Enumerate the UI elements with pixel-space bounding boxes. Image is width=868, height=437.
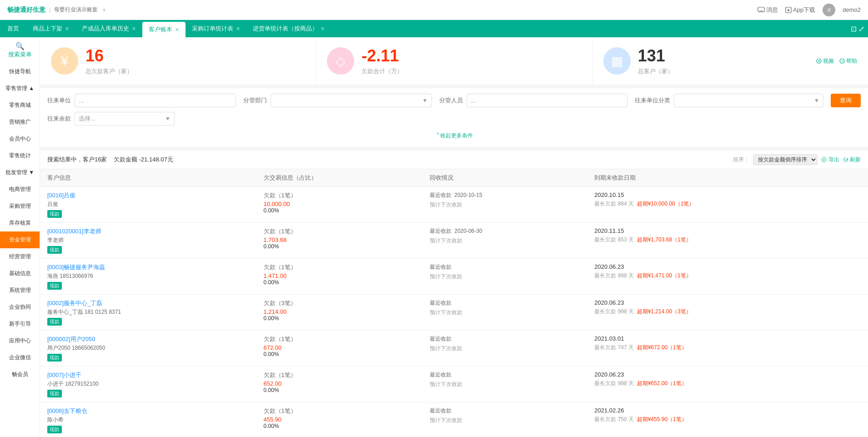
filter-input-balance[interactable]: 选择... ▼ xyxy=(75,112,175,126)
repay-date-0: 最近收款 2020-10-15 xyxy=(430,191,580,199)
data-table: 客户信息 欠交易信息（占比） 回收情况 到期未收款日期 [0016]吕俊 吕俊 … xyxy=(40,169,868,437)
sidebar-item-collab[interactable]: 企业协同 xyxy=(0,299,40,316)
sidebar-item-purchase[interactable]: 采购管理 xyxy=(0,198,40,215)
refresh-btn[interactable]: 刷新 xyxy=(843,156,861,164)
tab-close-icon[interactable]: ✕ xyxy=(175,27,179,33)
search-button[interactable]: 查询 xyxy=(831,94,861,107)
sidebar-item-quick-nav[interactable]: 快捷导航 xyxy=(0,63,40,80)
collapse-icon: ⌃ xyxy=(436,132,440,140)
owe-amount-5: 652.00 xyxy=(264,380,415,387)
customer-sub-2: 海燕 18513066976 xyxy=(47,272,249,280)
sidebar-item-inventory[interactable]: 库存核算 xyxy=(0,215,40,231)
due-detail-5: 最长欠款 998 天 超期¥652.00（1笔） xyxy=(594,380,861,387)
customer-name-0[interactable]: [0016]吕俊 xyxy=(47,191,249,200)
due-date-3: 2020.06.23 xyxy=(594,299,861,306)
overdue-link-1[interactable]: 超期¥1,703.68（1笔） xyxy=(637,236,692,243)
cell-due-6: 2021.02.26 最长欠款 750 天 超期¥455.90（1笔） xyxy=(587,402,868,437)
customer-sub-5: 小进干 18279152100 xyxy=(47,380,249,388)
sort-select[interactable]: 按欠款金额倒序排序 xyxy=(753,154,818,165)
tab-purchase-stats[interactable]: 采购订单统计表 ✕ xyxy=(186,21,246,36)
col-header-customer: 客户信息 xyxy=(40,169,256,187)
overdue-link-0[interactable]: 超期¥10,000.00（1笔） xyxy=(637,201,695,207)
table-row: [0007]小进干 小进干 18279152100 现款 欠款（1笔） 652.… xyxy=(40,367,868,402)
filter-input-category[interactable]: ▼ xyxy=(674,94,823,107)
owe-amount-4: 672.00 xyxy=(264,344,415,351)
message-btn[interactable]: 消息 xyxy=(758,6,778,14)
filter-item-person: 分管人员 ... xyxy=(439,94,628,107)
stat-info-total: 131 总客户（家） xyxy=(638,46,673,75)
overdue-link-4[interactable]: 超期¥672.00（1笔） xyxy=(637,344,687,351)
sidebar-item-app-center[interactable]: 应用中心 xyxy=(0,332,40,349)
tab-home[interactable]: 首页 xyxy=(0,21,26,36)
tab-minimize-icon[interactable]: ⊡ xyxy=(851,25,857,33)
tab-bar-end: ⊡ ⤢ xyxy=(851,25,868,33)
overdue-link-5[interactable]: 超期¥652.00（1笔） xyxy=(637,380,687,387)
result-text: 搜索结果中，客户16家 欠款金额 -21,148.07元 xyxy=(47,156,173,164)
app-download-btn[interactable]: App下载 xyxy=(785,6,815,14)
tab-close-icon[interactable]: ✕ xyxy=(236,26,240,32)
sidebar-item-wholesale-mgmt[interactable]: 批发管理 ▼ xyxy=(0,164,40,181)
filter-input-person[interactable]: ... xyxy=(467,94,628,107)
sidebar-item-retail-store[interactable]: 零售商城 xyxy=(0,97,40,114)
customer-tag-6: 现款 xyxy=(47,426,62,433)
sidebar-item-member2[interactable]: 畅会员 xyxy=(0,366,40,383)
tab-close-icon[interactable]: ✕ xyxy=(132,26,136,32)
overdue-link-2[interactable]: 超期¥1,471.00（1笔） xyxy=(637,272,692,279)
cell-due-0: 2020.10.15 最长欠款 884 天 超期¥10,000.00（1笔） xyxy=(587,187,868,223)
sidebar-item-wechat[interactable]: 企业微信 xyxy=(0,349,40,366)
sidebar-search[interactable]: 🔍 搜索菜单 xyxy=(0,37,40,63)
filter-area: 往来单位 ... 分管部门 ▼ 分管人员 ... xyxy=(40,88,868,147)
tab-goods-listing[interactable]: 商品上下架 ✕ xyxy=(26,21,75,36)
filter-input-unit[interactable]: ... xyxy=(75,94,236,107)
cell-customer-2: [0003]畅捷服务尹海蕊 海燕 18513066976 现款 xyxy=(40,259,256,295)
collapse-row[interactable]: ⌃ 收起更多条件 xyxy=(47,130,861,141)
sidebar-item-guide[interactable]: 新手引导 xyxy=(0,316,40,332)
col-header-repay: 回收情况 xyxy=(422,169,587,187)
tab-close-icon[interactable]: ✕ xyxy=(65,26,69,32)
repay-date-4: 最近收款 xyxy=(430,335,580,343)
repay-next-5: 预计下次收款 xyxy=(430,381,580,388)
sidebar-item-member[interactable]: 会员中心 xyxy=(0,131,40,147)
table-row: [0016]吕俊 吕俊 现款 欠款（1笔） 10,000.00 0.00% 最近… xyxy=(40,187,868,223)
cell-owe-2: 欠款（1笔） 1,471.00 0.00% xyxy=(256,259,422,295)
video-btn[interactable]: 视频 xyxy=(816,57,834,65)
customer-name-4[interactable]: [000002]用户2050 xyxy=(47,335,249,343)
export-btn[interactable]: 导出 xyxy=(821,156,839,164)
customer-name-6[interactable]: [0006]去下粮仓 xyxy=(47,407,249,415)
sidebar-item-ecommerce[interactable]: 电商管理 xyxy=(0,181,40,198)
tab-purchase-goods-stats[interactable]: 进货单统计表（按商品） ✕ xyxy=(246,21,331,36)
overdue-link-6[interactable]: 超期¥455.90（1笔） xyxy=(637,416,687,422)
customer-tag-2: 现款 xyxy=(47,282,62,290)
tab-production-history[interactable]: 产成品入库单历史 ✕ xyxy=(75,21,142,36)
owe-percent-4: 0.00% xyxy=(264,351,415,357)
owe-percent-6: 0.00% xyxy=(264,423,415,429)
sidebar-item-basic-info[interactable]: 基础信息 xyxy=(0,265,40,282)
due-detail-4: 最长欠款 747 天 超期¥672.00（1笔） xyxy=(594,344,861,352)
help-btn[interactable]: ? 帮助 xyxy=(839,57,857,65)
owe-label-2: 欠款（1笔） xyxy=(264,263,415,271)
sidebar-item-retail-mgmt[interactable]: 零售管理 ▲ xyxy=(0,80,40,97)
customer-name-2[interactable]: [0003]畅捷服务尹海蕊 xyxy=(47,263,249,271)
sidebar-item-marketing[interactable]: 营销推广 xyxy=(0,114,40,131)
owe-percent-0: 0.00% xyxy=(264,207,415,214)
sidebar-item-system[interactable]: 系统管理 xyxy=(0,282,40,299)
col-header-due: 到期未收款日期 xyxy=(587,169,868,187)
sidebar-item-retail-stats[interactable]: 零售统计 xyxy=(0,147,40,164)
filter-input-dept[interactable]: ▼ xyxy=(271,94,432,107)
customer-name-5[interactable]: [0007]小进干 xyxy=(47,371,249,379)
cell-customer-4: [000002]用户2050 用户2050 18665062050 现款 xyxy=(40,331,256,367)
chevron-down-icon: ▼ xyxy=(422,97,428,104)
tab-customer-account[interactable]: 客户账本 ✕ xyxy=(142,22,186,37)
customer-name-3[interactable]: [0002]服务中心_丁磊 xyxy=(47,299,249,307)
result-actions: 排序： 按欠款金额倒序排序 导出 刷新 xyxy=(733,154,861,165)
sidebar-item-operation[interactable]: 经营管理 xyxy=(0,248,40,265)
cell-due-3: 2020.06.23 最长欠款 998 天 超期¥1,214.00（3笔） xyxy=(587,295,868,331)
sidebar-item-finance[interactable]: 资金管理 xyxy=(0,231,40,248)
tab-maximize-icon[interactable]: ⤢ xyxy=(858,25,864,33)
industry-label: 母婴行业演示账套 xyxy=(54,6,98,14)
tab-close-icon[interactable]: ✕ xyxy=(321,26,325,32)
customer-name-1[interactable]: [0001020001]李老师 xyxy=(47,227,249,236)
overdue-link-3[interactable]: 超期¥1,214.00（3笔） xyxy=(637,308,692,315)
filter-item-category: 往来单位分类 ▼ xyxy=(635,94,823,107)
repay-next-6: 预计下次收款 xyxy=(430,417,580,424)
